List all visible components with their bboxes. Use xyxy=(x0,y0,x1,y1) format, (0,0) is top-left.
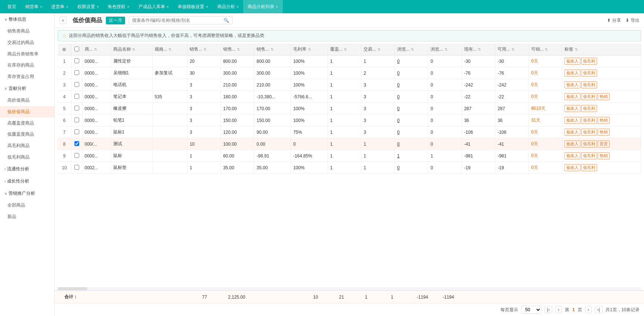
cell-view1[interactable]: 1 xyxy=(395,150,428,162)
prev-page-btn[interactable]: ‹ xyxy=(555,306,562,313)
cell-name[interactable]: 笔记本 xyxy=(111,91,152,103)
nav-close-template-settings[interactable]: × xyxy=(206,0,208,13)
sidebar-item-high-margin[interactable]: 高毛利商品 xyxy=(0,140,54,152)
nav-close-product-analysis-list[interactable]: × xyxy=(276,0,278,13)
nav-close-purchase-order[interactable]: × xyxy=(66,0,68,13)
cell-trade: 2 xyxy=(361,67,395,79)
next-page-btn[interactable]: › xyxy=(585,306,592,313)
cell-view1[interactable]: 0 xyxy=(395,162,428,174)
sidebar-item-low-coverage[interactable]: 低覆盖度商品 xyxy=(0,129,54,140)
col-saleable[interactable]: 可销... ⇅ xyxy=(529,44,562,55)
sidebar-group-contribution[interactable]: ∨ 贡献分析 xyxy=(0,82,54,95)
col-view1[interactable]: 浏览... ⇅ xyxy=(395,44,428,55)
row-checkbox[interactable] xyxy=(74,165,79,170)
col-coverage[interactable]: 覆盖... ⇅ xyxy=(328,44,361,55)
sidebar-item-traded-products[interactable]: 交易过的商品 xyxy=(0,37,54,48)
nav-purchase-order[interactable]: 进货单 × xyxy=(47,0,73,13)
share-button[interactable]: ⬆ 分享 xyxy=(607,17,621,24)
col-sales-amt[interactable]: 销售... ⇅ xyxy=(221,44,254,55)
row-checkbox[interactable] xyxy=(74,118,79,122)
nav-close-sales-order[interactable]: × xyxy=(40,0,42,13)
scrollbar-thumb[interactable] xyxy=(58,287,87,290)
nav-close-product-in[interactable]: × xyxy=(167,0,169,13)
col-sales-cost[interactable]: 销售... ⇅ xyxy=(254,44,291,55)
cell-name[interactable]: 测试 xyxy=(111,138,152,150)
row-checkbox[interactable] xyxy=(74,94,79,99)
cell-view1[interactable]: 0 xyxy=(395,67,428,79)
sidebar-item-low-margin[interactable]: 低毛利商品 xyxy=(0,152,54,163)
row-checkbox[interactable] xyxy=(74,70,79,75)
sidebar-group-growth[interactable]: › 成长性分析 xyxy=(0,175,54,187)
nav-role-auth[interactable]: 角色授权 × xyxy=(103,0,134,13)
cell-num: 6 xyxy=(58,115,71,126)
cell-name[interactable]: 吴细细1 xyxy=(111,67,152,79)
sidebar-group-liquidity[interactable]: › 流通性分析 xyxy=(0,163,54,175)
cell-view1[interactable]: 0 xyxy=(395,91,428,103)
sidebar-item-stock-capital[interactable]: 库存资金占用 xyxy=(0,71,54,82)
cell-name[interactable]: 属性定价 xyxy=(111,55,152,67)
select-all-checkbox[interactable] xyxy=(74,47,79,51)
footer-available: -1194 xyxy=(443,295,469,300)
sidebar-item-category-sales-rate[interactable]: 商品分类销售率 xyxy=(0,48,54,60)
nav-home[interactable]: 首页 xyxy=(3,0,21,13)
search-icon[interactable]: 🔍 xyxy=(224,18,229,23)
cell-view1[interactable]: 0 xyxy=(395,138,428,150)
row-checkbox[interactable] xyxy=(74,82,79,87)
nav-product-analysis[interactable]: 商品分析 × xyxy=(213,0,243,13)
nav-close-permissions[interactable]: × xyxy=(97,0,99,13)
filter-tag-month[interactable]: 近一月 xyxy=(106,17,125,24)
export-button[interactable]: ⬇ 导出 xyxy=(625,17,640,24)
cell-name[interactable]: 鼠标1 xyxy=(111,126,152,138)
row-checkbox[interactable] xyxy=(74,153,79,158)
sidebar-item-high-value[interactable]: 高价值商品 xyxy=(0,95,54,106)
col-available[interactable]: 可用... ⇅ xyxy=(495,44,529,55)
col-code[interactable]: 商... ⇅ xyxy=(82,44,111,55)
search-input[interactable] xyxy=(132,18,221,23)
col-spec[interactable]: 规格... ⇅ xyxy=(152,44,187,55)
cell-view1[interactable]: 0 xyxy=(395,115,428,126)
col-settings[interactable]: ⚙ xyxy=(58,44,71,55)
collapse-sidebar-btn[interactable]: « xyxy=(59,17,67,24)
cell-code: 0000... xyxy=(82,91,111,103)
nav-close-role-auth[interactable]: × xyxy=(127,0,129,13)
row-checkbox[interactable] xyxy=(74,129,79,134)
sidebar-item-low-value[interactable]: 低价值商品 xyxy=(0,106,54,118)
last-page-btn[interactable]: ›| xyxy=(595,306,603,313)
sidebar-item-in-stock-products[interactable]: 在库存的商品 xyxy=(0,60,54,71)
page-title: 低价值商品 xyxy=(73,17,102,24)
row-checkbox[interactable] xyxy=(74,58,79,63)
sidebar-item-new-products[interactable]: 新品 xyxy=(0,211,54,222)
nav-template-settings[interactable]: 单据模板设置 × xyxy=(173,0,212,13)
cell-name[interactable]: 电话机 xyxy=(111,79,152,91)
nav-product-analysis-list[interactable]: 商品分析列表 × xyxy=(243,0,282,13)
col-trade[interactable]: 交易... ⇅ xyxy=(361,44,395,55)
nav-sales-order[interactable]: 销货单 × xyxy=(21,0,47,13)
cell-name[interactable]: 橡皮擦 xyxy=(111,103,152,115)
page-size-select[interactable]: 50 100 200 xyxy=(521,306,541,314)
nav-product-in[interactable]: 产成品入库单 × xyxy=(134,0,173,13)
cell-view1[interactable]: 0 xyxy=(395,79,428,91)
col-sales-qty[interactable]: 销售... ⇅ xyxy=(187,44,221,55)
sidebar-group-marketing[interactable]: ∨ 营销推广分析 xyxy=(0,187,54,200)
sidebar-group-overall[interactable]: ∨ 整体信息 xyxy=(0,13,54,26)
cell-name[interactable]: 鼠标 xyxy=(111,150,152,162)
col-current-stock[interactable]: 现有... ⇅ xyxy=(462,44,495,55)
cell-view1[interactable]: 0 xyxy=(395,126,428,138)
col-name[interactable]: 商品名称 ⇅ xyxy=(111,44,152,55)
cell-name[interactable]: 铅笔1 xyxy=(111,115,152,126)
col-view2[interactable]: 浏览... ⇅ xyxy=(428,44,462,55)
row-checkbox[interactable] xyxy=(74,106,79,111)
row-checkbox[interactable] xyxy=(74,141,79,146)
horizontal-scrollbar[interactable] xyxy=(58,287,641,290)
cell-view1[interactable]: 0 xyxy=(395,103,428,115)
sidebar-item-sales-products[interactable]: 销售类商品 xyxy=(0,26,54,37)
cell-view1[interactable]: 0 xyxy=(395,55,428,67)
sidebar-item-all-products[interactable]: 全部商品 xyxy=(0,200,54,211)
nav-permissions[interactable]: 权限设置 × xyxy=(73,0,103,13)
nav-close-product-analysis[interactable]: × xyxy=(237,0,239,13)
col-gross-margin[interactable]: 毛利率 ⇅ xyxy=(291,44,328,55)
sidebar-item-high-coverage[interactable]: 高覆盖度商品 xyxy=(0,118,54,129)
first-page-btn[interactable]: |‹ xyxy=(544,306,552,313)
cell-name[interactable]: 鼠标垫 xyxy=(111,162,152,174)
col-tags[interactable]: 标签 ⇅ xyxy=(562,44,641,55)
